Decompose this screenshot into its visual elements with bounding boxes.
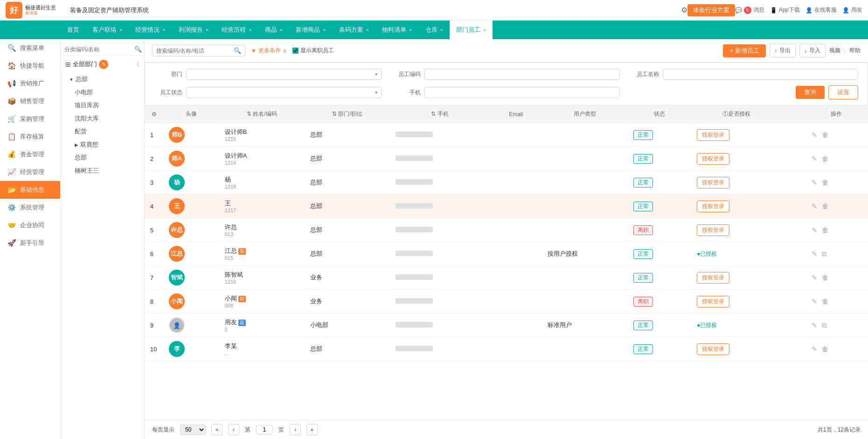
- nav-item-goods[interactable]: 商品 ×: [258, 21, 289, 39]
- help-button[interactable]: 帮助: [849, 47, 861, 55]
- dept-node-shuanglu[interactable]: ▶双鹿想: [65, 138, 144, 151]
- col-dept[interactable]: ⇅ 部门/职位: [305, 105, 390, 123]
- export-button[interactable]: ↑ 导出: [770, 44, 796, 57]
- sidebar-item-collab[interactable]: 🤝 企业协同: [0, 216, 60, 234]
- delete-icon[interactable]: 🗑: [822, 298, 828, 305]
- set-button[interactable]: 设置: [828, 85, 858, 99]
- right-main: 🔍 ▼ 更多条件 ∧ 显示离职员工 + 新增员工 ↑ 导出: [145, 39, 868, 439]
- avatar: 江总: [169, 246, 185, 262]
- delete-icon[interactable]: 🗑: [822, 345, 828, 353]
- col-settings[interactable]: ⚙: [145, 105, 163, 123]
- sidebar-item-guide[interactable]: 🚀 新手引导: [0, 234, 60, 252]
- nav-item-staff[interactable]: 部门员工 ×: [450, 21, 493, 39]
- edit-icon[interactable]: ✎: [812, 202, 817, 210]
- sidebar-item-system[interactable]: ⚙️ 系统管理: [0, 199, 60, 216]
- import-button[interactable]: ↓ 导入: [799, 44, 826, 57]
- phone-input[interactable]: [424, 87, 620, 98]
- dept-node-project[interactable]: 项目库房: [65, 99, 144, 112]
- auth-button[interactable]: 授权登录: [697, 272, 729, 284]
- auth-button[interactable]: 授权登录: [697, 296, 729, 307]
- nav-item-customer[interactable]: 客户联络 ×: [86, 21, 129, 39]
- per-page-select[interactable]: 50 100: [180, 425, 206, 435]
- edit-icon[interactable]: ✎: [812, 131, 817, 139]
- nav-item-profit[interactable]: 利润报告 ×: [172, 21, 215, 39]
- edit-icon[interactable]: ✎: [812, 226, 817, 234]
- emp-name-filter-label: 员工名称: [631, 70, 659, 78]
- auth-button[interactable]: 授权登录: [697, 201, 729, 212]
- edit-icon[interactable]: ✎: [812, 155, 817, 162]
- nav-item-history[interactable]: 经营历程 ×: [215, 21, 258, 39]
- gear-button[interactable]: ⚙: [681, 6, 687, 14]
- dept-search-input[interactable]: [64, 46, 134, 53]
- dept-node-hq[interactable]: 总部: [65, 151, 144, 164]
- prev-page-button[interactable]: ‹: [228, 424, 239, 435]
- edit-icon[interactable]: ✎: [812, 321, 817, 329]
- next-page-button[interactable]: ›: [290, 424, 301, 435]
- add-employee-button[interactable]: + 新增员工: [723, 44, 765, 57]
- sidebar-item-search[interactable]: 🔍 搜索菜单: [0, 39, 60, 57]
- auth-button[interactable]: 授权登录: [697, 129, 729, 141]
- message-button[interactable]: 💬 5 消息: [735, 6, 764, 14]
- last-page-button[interactable]: »: [306, 424, 318, 435]
- dept-all-label[interactable]: 全部部门: [73, 60, 97, 69]
- copy-icon[interactable]: ⧉: [822, 321, 826, 329]
- auth-button[interactable]: 授权登录: [697, 343, 729, 355]
- sidebar-item-sales[interactable]: 📦 销售管理: [0, 92, 60, 110]
- filter-more-button[interactable]: ▼ 更多条件 ∧: [251, 47, 287, 55]
- dept-collapse-button[interactable]: 《: [133, 60, 139, 69]
- edit-icon[interactable]: ✎: [812, 179, 817, 186]
- delete-icon[interactable]: 🗑: [822, 226, 828, 234]
- nav-item-warehouse[interactable]: 仓库 ×: [419, 21, 450, 39]
- dept-node-nanwang[interactable]: 楠树王三: [65, 164, 144, 177]
- view-button[interactable]: 视频: [829, 47, 840, 55]
- delete-icon[interactable]: 🗑: [822, 202, 828, 210]
- auth-button[interactable]: 授权登录: [697, 177, 729, 188]
- delete-icon[interactable]: 🗑: [822, 274, 828, 281]
- dept-node-delivery[interactable]: 配货: [65, 125, 144, 138]
- trial-button[interactable]: 体验行业方案: [687, 4, 735, 16]
- row-user-type: [542, 218, 628, 242]
- first-page-button[interactable]: «: [211, 424, 222, 435]
- nav-item-home[interactable]: 首页: [61, 21, 86, 39]
- dept-node-hq-parent[interactable]: ▼总部: [65, 73, 144, 86]
- app-download-button[interactable]: 📱 App下载: [770, 6, 800, 14]
- col-name[interactable]: ⇅ 姓名/编码: [219, 105, 305, 123]
- show-resign-checkbox[interactable]: [292, 48, 299, 54]
- row-user-type: [542, 171, 628, 195]
- sidebar-item-finance[interactable]: 💰 资金管理: [0, 146, 60, 163]
- dept-node-small-elec[interactable]: 小电部: [65, 86, 144, 99]
- sidebar-item-purchase[interactable]: 🛒 采购管理: [0, 110, 60, 128]
- emp-name-input[interactable]: [663, 69, 858, 80]
- edit-icon[interactable]: ✎: [812, 250, 817, 258]
- sidebar-item-marketing[interactable]: 📢 营销推广: [0, 75, 60, 92]
- edit-icon[interactable]: ✎: [812, 274, 817, 281]
- auth-button[interactable]: 授权登录: [697, 224, 729, 236]
- page-number-input[interactable]: [256, 425, 273, 434]
- edit-icon[interactable]: ✎: [812, 298, 817, 305]
- nav-item-bom[interactable]: 物料清单 ×: [375, 21, 418, 39]
- online-service-button[interactable]: 👤 在线客服: [806, 6, 837, 14]
- row-auth: ●已授权: [691, 242, 782, 266]
- sidebar-item-nav[interactable]: 🏠 快捷导航: [0, 57, 60, 75]
- sidebar-item-business[interactable]: 📈 经营管理: [0, 163, 60, 181]
- user-menu[interactable]: 👤 用友: [842, 6, 862, 14]
- filter-search-input[interactable]: [156, 48, 231, 54]
- query-button[interactable]: 查询: [796, 86, 825, 99]
- col-phone[interactable]: ⇅ 手机: [390, 105, 490, 123]
- sidebar-item-inventory[interactable]: 📋 库存核算: [0, 128, 60, 146]
- delete-icon[interactable]: 🗑: [822, 131, 828, 139]
- sidebar-item-basic[interactable]: 📂 基础信息: [0, 181, 60, 199]
- dept-edit-button[interactable]: ✎: [99, 60, 108, 69]
- nav-item-add-goods[interactable]: 新增商品 ×: [289, 21, 332, 39]
- delete-icon[interactable]: 🗑: [822, 155, 828, 162]
- dept-node-shenyang[interactable]: 沈阳大库: [65, 112, 144, 125]
- nav-item-operation[interactable]: 经营情况 ×: [129, 21, 172, 39]
- dept-select[interactable]: [186, 69, 382, 80]
- emp-code-input[interactable]: [424, 69, 620, 80]
- copy-icon[interactable]: ⧉: [822, 250, 826, 258]
- nav-item-barcode[interactable]: 条码方案 ×: [333, 21, 375, 39]
- edit-icon[interactable]: ✎: [812, 345, 817, 353]
- auth-button[interactable]: 授权登录: [697, 153, 729, 165]
- emp-status-select[interactable]: [186, 87, 382, 98]
- delete-icon[interactable]: 🗑: [822, 179, 828, 186]
